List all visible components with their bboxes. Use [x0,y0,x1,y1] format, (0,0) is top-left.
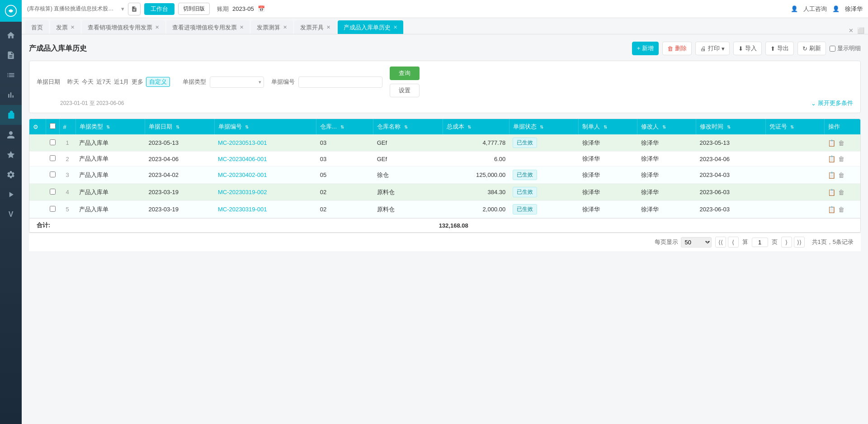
doc-number-link[interactable]: MC-20230402-001 [218,172,267,178]
doc-number-link[interactable]: MC-20230513-001 [218,139,267,146]
settings-gear-icon[interactable]: ⚙ [33,124,38,130]
row-docnumber[interactable]: MC-20230402-001 [214,167,316,184]
switch-old-button[interactable]: 切到旧版 [178,3,210,15]
row-delete-icon[interactable]: 🗑 [838,189,844,196]
shortcut-more[interactable]: 更多 [132,78,143,86]
query-button[interactable]: 查询 [390,67,420,80]
row-delete-icon[interactable]: 🗑 [838,155,844,162]
doc-number-link[interactable]: MC-20230406-001 [218,156,267,162]
tab-sales-vat-close[interactable]: ✕ [155,24,159,30]
tab-product-storage[interactable]: 产成品入库单历史 ✕ [338,20,403,34]
toolbar-new-button[interactable]: + 新增 [632,42,659,55]
row-delete-icon[interactable]: 🗑 [838,206,844,213]
display-col-toggle[interactable]: 显示明细 [830,44,861,52]
sidebar-item-v[interactable]: V [0,205,22,224]
select-all-checkbox[interactable] [50,123,56,129]
tab-maximize[interactable]: ⬜ [857,27,864,34]
col-whname-header[interactable]: 仓库名称 ⇅ [373,119,443,134]
row-docnumber[interactable]: MC-20230319-001 [214,201,316,218]
shortcut-today[interactable]: 今天 [82,78,94,86]
last-page-button[interactable]: ⟩⟩ [794,237,805,248]
doc-number-link[interactable]: MC-20230319-002 [218,189,267,195]
doc-number-link[interactable]: MC-20230319-001 [218,206,267,213]
type-select[interactable] [210,76,264,88]
shortcut-yesterday[interactable]: 昨天 [67,78,79,86]
row-checkbox[interactable] [50,139,56,145]
shortcut-1month[interactable]: 近1月 [114,78,129,86]
col-settings[interactable]: ⚙ [29,119,46,134]
col-modifier-header[interactable]: 修改人 ⇅ [637,119,696,134]
sidebar-item-home[interactable] [0,25,22,45]
expand-button[interactable]: ⌄ 展开更多条件 [811,99,853,107]
sidebar-item-storage[interactable] [0,105,22,125]
logo[interactable] [0,0,22,22]
row-checkbox[interactable] [50,189,56,195]
col-voucher-header[interactable]: 凭证号 ⇅ [765,119,824,134]
sidebar-item-star[interactable] [0,145,22,165]
tab-close-all[interactable]: ✕ [849,27,854,34]
row-edit-icon[interactable]: 📋 [828,139,835,147]
row-edit-icon[interactable]: 📋 [828,189,835,196]
col-docdate-header[interactable]: 单据日期 ⇅ [145,119,215,134]
tab-invoice[interactable]: 发票 ✕ [50,20,80,34]
page-input[interactable] [752,238,768,247]
tab-invoice-calc-close[interactable]: ✕ [283,24,287,30]
number-input[interactable] [298,76,382,88]
row-delete-icon[interactable]: 🗑 [838,139,844,147]
col-creator-header[interactable]: 制单人 ⇅ [579,119,637,134]
tab-home[interactable]: 首页 [25,20,49,34]
service-label[interactable]: 人工咨询 [803,5,827,13]
sidebar-item-documents[interactable] [0,45,22,65]
toolbar-delete-button[interactable]: 🗑 删除 [662,42,692,55]
row-checkbox-cell[interactable] [46,184,59,201]
row-docnumber[interactable]: MC-20230513-001 [214,134,316,152]
tab-invoice-close[interactable]: ✕ [71,24,75,30]
tab-purchase-vat-close[interactable]: ✕ [240,24,244,30]
toolbar-print-button[interactable]: 🖨 打印 ▾ [695,42,730,55]
row-checkbox-cell[interactable] [46,201,59,218]
row-checkbox[interactable] [50,155,56,161]
row-checkbox-cell[interactable] [46,152,59,167]
sidebar-item-chart[interactable] [0,65,22,85]
tab-purchase-vat[interactable]: 查看进项增值税专用发票 ✕ [166,20,250,34]
per-page-select[interactable]: 20 50 100 [681,237,712,248]
toolbar-export-button[interactable]: ⬆ 导出 [765,42,794,55]
set-button[interactable]: 设置 [390,84,420,97]
prev-page-button[interactable]: ⟨ [728,237,739,248]
sidebar-item-people[interactable] [0,125,22,145]
row-checkbox-cell[interactable] [46,134,59,152]
tab-invoice-open-close[interactable]: ✕ [326,24,330,30]
row-checkbox[interactable] [50,172,56,177]
sidebar-item-settings[interactable] [0,165,22,185]
row-checkbox[interactable] [50,206,56,212]
toolbar-import-button[interactable]: ⬇ 导入 [733,42,762,55]
shortcut-7days[interactable]: 近7天 [96,78,111,86]
tab-invoice-open[interactable]: 发票开具 ✕ [294,20,336,34]
col-docnumber-header[interactable]: 单据编号 ⇅ [214,119,316,134]
row-docnumber[interactable]: MC-20230406-001 [214,152,316,167]
topbar-doc-icon[interactable] [128,3,141,15]
sidebar-item-analytics[interactable] [0,85,22,105]
workbench-button[interactable]: 工作台 [144,3,175,15]
row-edit-icon[interactable]: 📋 [828,206,835,213]
col-doctype-header[interactable]: 单据类型 ⇅ [75,119,145,134]
tab-sales-vat[interactable]: 查看销项增值税专用发票 ✕ [82,20,165,34]
shortcut-custom[interactable]: 自定义 [146,77,170,87]
col-modtime-header[interactable]: 修改时间 ⇅ [696,119,766,134]
next-page-button[interactable]: ⟩ [781,237,792,248]
calendar-icon[interactable]: 📅 [258,5,265,12]
col-cost-header[interactable]: 总成本 ⇅ [443,119,509,134]
col-whcode-header[interactable]: 仓库... ⇅ [316,119,373,134]
first-page-button[interactable]: ⟨⟨ [715,237,726,248]
display-col-checkbox[interactable] [830,46,835,52]
row-delete-icon[interactable]: 🗑 [838,172,844,179]
user-name[interactable]: 徐泽华 [845,5,863,13]
sidebar-item-play[interactable] [0,185,22,205]
toolbar-refresh-button[interactable]: ↻ 刷新 [797,42,826,55]
row-checkbox-cell[interactable] [46,167,59,184]
row-edit-icon[interactable]: 📋 [828,172,835,179]
row-docnumber[interactable]: MC-20230319-002 [214,184,316,201]
col-status-header[interactable]: 单据状态 ⇅ [509,119,579,134]
tab-product-storage-close[interactable]: ✕ [393,24,397,30]
tab-invoice-calc[interactable]: 发票测算 ✕ [251,20,293,34]
